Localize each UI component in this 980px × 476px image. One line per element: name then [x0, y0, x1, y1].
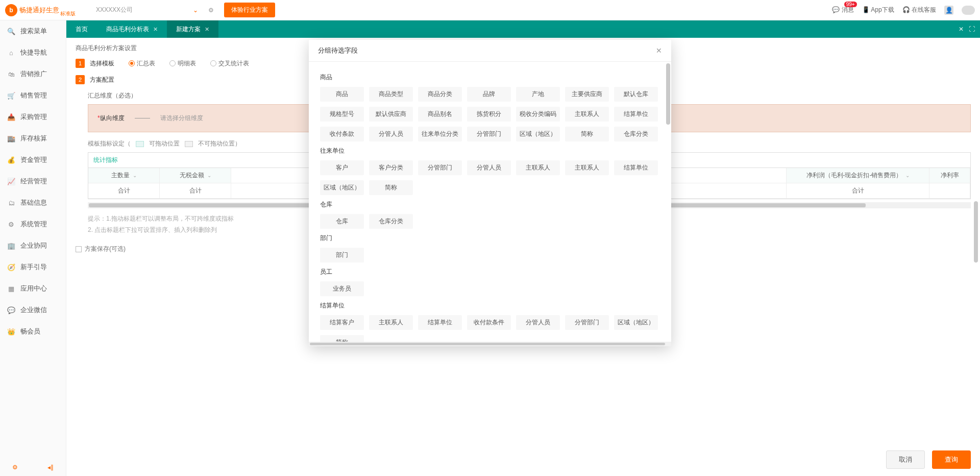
- chip-0-0[interactable]: 商品: [320, 87, 364, 102]
- chip-1-4[interactable]: 主联系人: [516, 160, 560, 175]
- chip-0-15[interactable]: 分管人员: [369, 127, 413, 141]
- chip-0-11[interactable]: 税收分类编码: [516, 107, 560, 122]
- group-title-5: 结算单位: [320, 301, 660, 310]
- chip-0-9[interactable]: 商品别名: [418, 107, 462, 122]
- chip-0-19[interactable]: 简称: [565, 127, 609, 141]
- chip-1-0[interactable]: 客户: [320, 160, 364, 175]
- chip-5-1[interactable]: 主联系人: [369, 315, 413, 330]
- chip-5-5[interactable]: 分管部门: [565, 315, 609, 330]
- field-modal: 分组待选字段 ✕ 商品商品商品类型商品分类品牌产地主要供应商默认仓库规格型号默认…: [309, 40, 671, 346]
- chip-0-1[interactable]: 商品类型: [369, 87, 413, 102]
- chip-0-12[interactable]: 主联系人: [565, 107, 609, 122]
- chip-2-1[interactable]: 仓库分类: [369, 214, 413, 229]
- chip-0-6[interactable]: 默认仓库: [614, 87, 658, 102]
- chip-group-4: 业务员: [320, 281, 660, 296]
- chip-0-2[interactable]: 商品分类: [418, 87, 462, 102]
- chip-0-10[interactable]: 拣货积分: [467, 107, 511, 122]
- close-icon[interactable]: ✕: [656, 46, 662, 55]
- chip-3-0[interactable]: 部门: [320, 248, 364, 263]
- chip-0-14[interactable]: 收付条款: [320, 127, 364, 141]
- chip-4-0[interactable]: 业务员: [320, 281, 364, 296]
- modal-horizontal-scrollbar[interactable]: [309, 342, 671, 346]
- modal-vertical-scrollbar[interactable]: [666, 63, 670, 125]
- chip-0-3[interactable]: 品牌: [467, 87, 511, 102]
- modal-body: 商品商品商品类型商品分类品牌产地主要供应商默认仓库规格型号默认供应商商品别名拣货…: [309, 62, 671, 342]
- chip-0-16[interactable]: 往来单位分类: [418, 127, 462, 141]
- chip-1-1[interactable]: 客户分类: [369, 160, 413, 175]
- chip-5-4[interactable]: 分管人员: [516, 315, 560, 330]
- chip-group-5: 结算客户主联系人结算单位收付款条件分管人员分管部门区域（地区）简称: [320, 315, 660, 342]
- chip-0-13[interactable]: 结算单位: [614, 107, 658, 122]
- chip-1-8[interactable]: 简称: [369, 180, 413, 195]
- group-title-1: 往来单位: [320, 147, 660, 155]
- modal-title: 分组待选字段: [318, 46, 358, 55]
- modal-header: 分组待选字段 ✕: [309, 40, 671, 62]
- chip-5-7[interactable]: 简称: [320, 335, 364, 342]
- chip-1-7[interactable]: 区域（地区）: [320, 180, 364, 195]
- chip-group-0: 商品商品类型商品分类品牌产地主要供应商默认仓库规格型号默认供应商商品别名拣货积分…: [320, 87, 660, 141]
- group-title-4: 员工: [320, 268, 660, 276]
- chip-0-17[interactable]: 分管部门: [467, 127, 511, 141]
- chip-0-7[interactable]: 规格型号: [320, 107, 364, 122]
- group-title-0: 商品: [320, 73, 660, 82]
- chip-5-0[interactable]: 结算客户: [320, 315, 364, 330]
- chip-5-3[interactable]: 收付款条件: [467, 315, 511, 330]
- chip-0-20[interactable]: 仓库分类: [614, 127, 658, 141]
- chip-group-2: 仓库仓库分类: [320, 214, 660, 229]
- group-title-3: 部门: [320, 234, 660, 243]
- chip-1-6[interactable]: 结算单位: [614, 160, 658, 175]
- chip-5-6[interactable]: 区域（地区）: [614, 315, 658, 330]
- chip-1-3[interactable]: 分管人员: [467, 160, 511, 175]
- chip-2-0[interactable]: 仓库: [320, 214, 364, 229]
- chip-group-1: 客户客户分类分管部门分管人员主联系人主联系人结算单位区域（地区）简称: [320, 160, 660, 195]
- chip-0-4[interactable]: 产地: [516, 87, 560, 102]
- chip-0-8[interactable]: 默认供应商: [369, 107, 413, 122]
- chip-0-5[interactable]: 主要供应商: [565, 87, 609, 102]
- chip-group-3: 部门: [320, 248, 660, 263]
- group-title-2: 仓库: [320, 200, 660, 209]
- chip-1-5[interactable]: 主联系人: [565, 160, 609, 175]
- chip-5-2[interactable]: 结算单位: [418, 315, 462, 330]
- chip-1-2[interactable]: 分管部门: [418, 160, 462, 175]
- chip-0-18[interactable]: 区域（地区）: [516, 127, 560, 141]
